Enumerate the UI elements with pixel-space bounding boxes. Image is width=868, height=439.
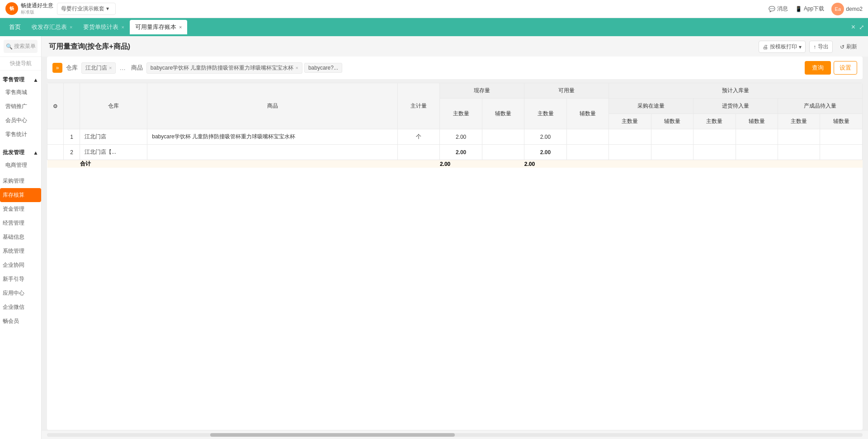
cell-no: 1 bbox=[64, 129, 80, 145]
print-label: 按模板打印 bbox=[770, 43, 797, 51]
cell-stock-aux bbox=[482, 129, 524, 145]
refresh-label: 刷新 bbox=[846, 43, 857, 51]
close-icon[interactable]: × bbox=[179, 24, 182, 30]
sidebar-section-retail: 零售管理 ▲ 零售商城 营销推广 会员中心 零售统计 bbox=[0, 71, 41, 143]
tab-available-stock-label: 可用量库存账本 bbox=[135, 23, 176, 31]
sidebar-item-retail-store[interactable]: 零售商城 bbox=[3, 85, 38, 99]
sidebar-item-members[interactable]: 会员中心 bbox=[3, 113, 38, 127]
filter-expand-button[interactable]: » bbox=[52, 63, 62, 73]
app-download-action[interactable]: 📱 App下载 bbox=[795, 5, 824, 13]
message-label: 消息 bbox=[777, 5, 788, 13]
logo-text-block: 畅捷通好生意 标准版 bbox=[21, 2, 53, 15]
th-goods: 商品 bbox=[147, 83, 398, 129]
cell-gear bbox=[47, 145, 64, 160]
avatar: Ea bbox=[831, 3, 844, 15]
tab-available-stock[interactable]: 可用量库存账本 × bbox=[130, 20, 187, 34]
export-label: 导出 bbox=[818, 43, 829, 51]
tab-close-all-button[interactable]: × bbox=[851, 23, 855, 31]
footer-stock-main: 2.00 bbox=[440, 160, 482, 168]
settings-button[interactable]: 设置 bbox=[834, 61, 857, 75]
sidebar-item-new-guide[interactable]: 新手引导 bbox=[0, 272, 41, 286]
sidebar-item-quick-nav[interactable]: 快捷导航 bbox=[0, 57, 41, 71]
cell-avail-main: 2.00 bbox=[524, 145, 566, 160]
tab-home[interactable]: 首页 bbox=[4, 20, 26, 34]
chevron-icon: ▲ bbox=[33, 150, 38, 156]
sidebar-quick-nav-label: 快捷导航 bbox=[10, 60, 32, 66]
query-button[interactable]: 查询 bbox=[805, 61, 831, 75]
sidebar-search: 🔍 搜索菜单 bbox=[0, 36, 41, 57]
sidebar-item-marketing[interactable]: 营销推广 bbox=[3, 99, 38, 113]
bottom-bar bbox=[42, 430, 868, 439]
tab-order-stats[interactable]: 要货单统计表 × bbox=[78, 20, 129, 34]
cell-purchase-main bbox=[609, 145, 651, 160]
cell-inbound-wait-main bbox=[693, 145, 736, 160]
th-stock-aux: 辅数量 bbox=[482, 99, 524, 129]
warehouse-label: 仓库 bbox=[66, 64, 78, 72]
nav-tabs-right: × ⤢ bbox=[851, 23, 864, 31]
cell-inbound-wait-aux bbox=[736, 129, 778, 145]
footer-product-main bbox=[778, 160, 820, 168]
cell-goods bbox=[147, 145, 398, 160]
message-icon: 💬 bbox=[769, 6, 775, 12]
filter-dots[interactable]: ... bbox=[118, 64, 127, 72]
tenant-select[interactable]: 母婴行业演示账套 ▾ bbox=[57, 3, 116, 15]
sidebar-item-enterprise[interactable]: 企业协同 bbox=[0, 258, 41, 272]
scrollbar-thumb[interactable] bbox=[210, 433, 455, 437]
logo-sub: 标准版 bbox=[21, 9, 53, 15]
sidebar-item-wecom[interactable]: 企业微信 bbox=[0, 300, 41, 314]
th-inbound-wait-group: 进货待入量 bbox=[693, 99, 778, 114]
refresh-button[interactable]: ↺ 刷新 bbox=[836, 41, 861, 52]
cell-unit bbox=[397, 145, 439, 160]
sidebar-section-retail-label[interactable]: 零售管理 ▲ bbox=[3, 74, 38, 85]
sidebar-section-wholesale-label[interactable]: 批发管理 ▲ bbox=[3, 147, 38, 158]
print-button[interactable]: 🖨 按模板打印 ▾ bbox=[759, 41, 806, 53]
footer-label: 合计 bbox=[80, 160, 147, 168]
cell-purchase-main bbox=[609, 129, 651, 145]
search-menu-button[interactable]: 🔍 搜索菜单 bbox=[4, 40, 38, 53]
close-icon[interactable]: × bbox=[121, 24, 124, 30]
close-icon[interactable]: × bbox=[70, 24, 72, 30]
sidebar-item-operations[interactable]: 经营管理 bbox=[0, 216, 41, 230]
cell-stock-main: 2.00 bbox=[440, 145, 482, 160]
table-row: 2 江北门店【... 2.00 2.00 bbox=[47, 145, 863, 160]
sidebar-item-finance[interactable]: 资金管理 bbox=[0, 202, 41, 216]
tenant-name: 母婴行业演示账套 bbox=[61, 5, 104, 13]
goods-tags: babycare学饮杯 儿童防摔防撞吸管杯重力球吸嘴杯宝宝水杯 × babyca… bbox=[146, 62, 342, 74]
footer-no bbox=[64, 160, 80, 168]
footer-avail-main: 2.00 bbox=[524, 160, 566, 168]
logo-area: 畅 畅捷通好生意 标准版 bbox=[5, 2, 53, 15]
sidebar-item-retail-stats[interactable]: 零售统计 bbox=[3, 127, 38, 142]
filter-actions: 查询 设置 bbox=[805, 61, 857, 75]
sidebar-item-purchase[interactable]: 采购管理 bbox=[0, 174, 41, 188]
message-action[interactable]: 💬 消息 bbox=[769, 5, 788, 13]
refresh-icon: ↺ bbox=[840, 44, 844, 50]
search-icon: 🔍 bbox=[6, 43, 13, 50]
cell-inbound-wait-main bbox=[693, 129, 736, 145]
th-purchase-main: 主数量 bbox=[609, 114, 651, 129]
sidebar-item-app-center[interactable]: 应用中心 bbox=[0, 286, 41, 300]
sidebar-item-inventory[interactable]: 库存核算 bbox=[0, 188, 41, 202]
sidebar-item-ecommerce[interactable]: 电商管理 bbox=[3, 158, 38, 172]
th-stock-group: 现存量 bbox=[440, 83, 524, 99]
horizontal-scrollbar[interactable] bbox=[47, 433, 863, 437]
th-gear[interactable]: ⚙ bbox=[47, 83, 64, 129]
sidebar-item-member-app[interactable]: 畅会员 bbox=[0, 314, 41, 328]
chevron-down-icon: ▾ bbox=[799, 44, 802, 50]
page-header: 可用量查询(按仓库+商品) 🖨 按模板打印 ▾ ↑ 导出 ↺ 刷新 bbox=[42, 36, 868, 57]
export-icon: ↑ bbox=[813, 44, 816, 50]
tab-receive-summary[interactable]: 收发存汇总表 × bbox=[26, 20, 78, 34]
th-no bbox=[64, 83, 80, 129]
expand-icon[interactable]: ⤢ bbox=[859, 24, 864, 31]
user-area[interactable]: Ea demo2 bbox=[831, 3, 863, 15]
cell-inbound-wait-aux bbox=[736, 145, 778, 160]
nav-tabs: 首页 收发存汇总表 × 要货单统计表 × 可用量库存账本 × × ⤢ bbox=[0, 18, 868, 36]
sidebar-item-basic-info[interactable]: 基础信息 bbox=[0, 230, 41, 244]
logo-icon: 畅 bbox=[5, 2, 18, 15]
remove-goods-1-icon[interactable]: × bbox=[295, 65, 298, 71]
footer-goods bbox=[147, 160, 398, 168]
remove-warehouse-icon[interactable]: × bbox=[109, 65, 112, 71]
export-button[interactable]: ↑ 导出 bbox=[809, 41, 833, 53]
sidebar-item-system[interactable]: 系统管理 bbox=[0, 244, 41, 258]
cell-goods: babycare学饮杯 儿童防摔防撞吸管杯重力球吸嘴杯宝宝水杯 bbox=[147, 129, 398, 145]
footer-stock-aux bbox=[482, 160, 524, 168]
